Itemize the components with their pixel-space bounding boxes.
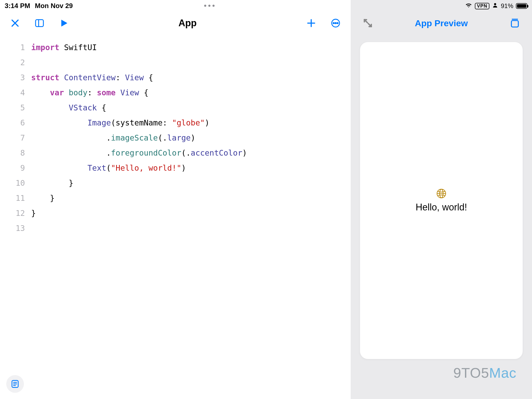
svg-point-8	[333, 23, 334, 24]
code-body[interactable]: import SwiftUI struct ContentView: View …	[31, 40, 351, 399]
watermark: 9TO5Mac	[453, 365, 516, 381]
documentation-button[interactable]	[6, 375, 24, 393]
vpn-badge: VPN	[475, 3, 489, 9]
add-button[interactable]	[305, 17, 317, 29]
globe-icon	[436, 188, 447, 199]
close-button[interactable]	[9, 17, 21, 29]
svg-rect-2	[36, 20, 43, 27]
app-preview-canvas[interactable]: Hello, world!	[360, 42, 523, 359]
battery-icon	[516, 3, 527, 9]
preview-layout-button[interactable]	[509, 17, 521, 29]
preview-title: App Preview	[415, 18, 468, 28]
svg-point-15	[494, 3, 496, 5]
document-title: App	[70, 18, 305, 29]
multitask-dots[interactable]	[73, 5, 346, 7]
status-right: VPN 91%	[465, 2, 527, 10]
svg-point-9	[335, 23, 336, 24]
line-gutter: 123 456 789 101112 13	[0, 40, 31, 399]
status-time: 3:14 PM	[5, 2, 30, 10]
status-date: Mon Nov 29	[35, 2, 73, 10]
svg-point-10	[337, 23, 338, 24]
code-editor[interactable]: 123 456 789 101112 13 import SwiftUI str…	[0, 35, 351, 399]
expand-preview-button[interactable]	[362, 17, 374, 29]
svg-rect-19	[511, 21, 518, 27]
editor-toolbar: App	[0, 11, 351, 35]
status-bar: 3:14 PM Mon Nov 29	[0, 0, 351, 11]
wifi-icon	[465, 2, 472, 10]
svg-marker-4	[61, 20, 67, 27]
sidebar-toggle-button[interactable]	[34, 17, 45, 29]
run-button[interactable]	[58, 17, 70, 29]
battery-percentage: 91%	[501, 2, 513, 10]
preview-text: Hello, world!	[416, 202, 467, 213]
user-icon	[492, 2, 498, 10]
more-button[interactable]	[330, 17, 341, 29]
